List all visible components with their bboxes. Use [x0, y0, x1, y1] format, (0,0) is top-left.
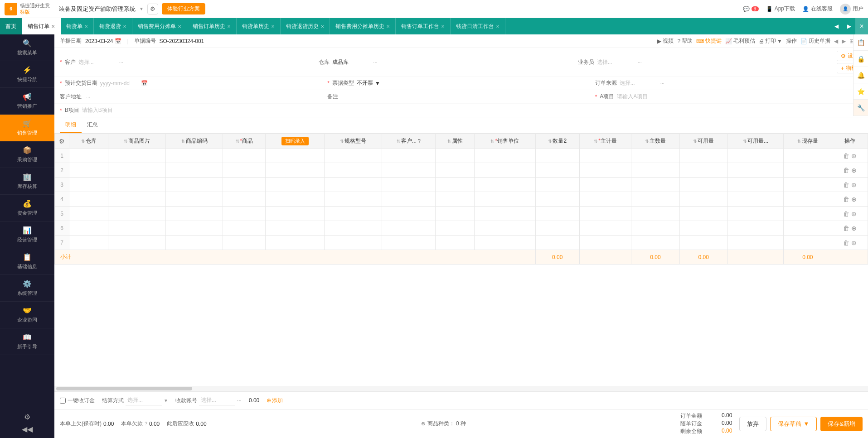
row-6-stock[interactable]	[784, 221, 832, 236]
right-panel-btn-bell[interactable]: 🔔	[853, 67, 868, 83]
row-4-image[interactable]	[108, 192, 166, 207]
app-download-btn[interactable]: 📱 App下载	[766, 5, 795, 13]
address-dots[interactable]: ···	[86, 94, 90, 100]
row-1-code[interactable]	[165, 149, 223, 163]
row-2-attr[interactable]	[435, 163, 474, 178]
add-btn[interactable]: ⊕ 添加	[267, 397, 283, 404]
profit-btn[interactable]: 📈 毛利预估	[725, 37, 755, 45]
sidebar-item-purchase[interactable]: 📦 采购管理	[0, 141, 54, 168]
message-btn[interactable]: 💬 9	[743, 6, 759, 12]
row-3-attr[interactable]	[435, 178, 474, 192]
row-1-copy-icon[interactable]: ⊕	[851, 152, 857, 159]
row-6-avail2[interactable]	[727, 221, 783, 236]
row-1-munit[interactable]	[579, 149, 631, 163]
row-3-code[interactable]	[165, 178, 223, 192]
row-2-munit[interactable]	[579, 163, 631, 178]
row-3-delete-icon[interactable]: 🗑	[843, 181, 849, 188]
nav-tab-order-history[interactable]: 销售订单历史 ✕	[187, 18, 237, 34]
row-4-unit[interactable]	[475, 192, 536, 207]
row-6-spec[interactable]	[325, 221, 382, 236]
row-2-stock[interactable]	[784, 163, 832, 178]
row-6-scan[interactable]	[266, 221, 325, 236]
nav-tab-sales-slip[interactable]: 销货单 ✕	[61, 18, 94, 34]
save-draft-btn[interactable]: 保存草稿 ▼	[770, 417, 817, 431]
row-4-ccode[interactable]	[382, 192, 435, 207]
nav-close-all-btn[interactable]: ✕	[855, 18, 868, 34]
payment-method-input[interactable]: 选择...	[126, 395, 162, 405]
sidebar-item-basic[interactable]: 📋 基础信息	[0, 248, 54, 275]
save-draft-arrow[interactable]: ▼	[803, 420, 809, 427]
sidebar-item-finance[interactable]: 💰 资金管理	[0, 195, 54, 221]
row-7-warehouse[interactable]	[69, 236, 108, 250]
row-7-avail2[interactable]	[727, 236, 783, 250]
row-6-mqty[interactable]	[631, 221, 679, 236]
sidebar-item-system[interactable]: ⚙️ 系统管理	[0, 275, 54, 302]
auto-receive-checkbox[interactable]: 一键收订金	[60, 397, 95, 404]
row-1-warehouse[interactable]	[69, 149, 108, 163]
row-2-scan[interactable]	[266, 163, 325, 178]
sidebar-item-guide[interactable]: 📖 新手引导	[0, 328, 54, 355]
row-3-warehouse[interactable]	[69, 178, 108, 192]
row-6-qty2[interactable]	[535, 221, 579, 236]
history-btn[interactable]: 📄 历史单据	[800, 37, 830, 45]
row-3-copy-icon[interactable]: ⊕	[851, 181, 857, 188]
row-4-product[interactable]	[223, 192, 266, 207]
sidebar-item-search[interactable]: 🔍 搜索菜单	[0, 34, 54, 61]
row-6-ccode[interactable]	[382, 221, 435, 236]
nav-tab-expense-history[interactable]: 销售费用分摊单历史 ✕	[330, 18, 396, 34]
row-3-mqty[interactable]	[631, 178, 679, 192]
industry-btn[interactable]: 体验行业方案	[162, 3, 205, 14]
row-1-ccode[interactable]	[382, 149, 435, 163]
row-7-delete-icon[interactable]: 🗑	[843, 239, 849, 246]
row-2-qty2[interactable]	[535, 163, 579, 178]
row-1-stock[interactable]	[784, 149, 832, 163]
row-3-product[interactable]	[223, 178, 266, 192]
nav-tab-return[interactable]: 销货退货 ✕	[94, 18, 132, 34]
row-2-ccode[interactable]	[382, 163, 435, 178]
row-3-ccode[interactable]	[382, 178, 435, 192]
nav-next-btn[interactable]: ▶	[843, 18, 855, 34]
row-6-warehouse[interactable]	[69, 221, 108, 236]
row-1-unit[interactable]	[475, 149, 536, 163]
row-1-mqty[interactable]	[631, 149, 679, 163]
return-close[interactable]: ✕	[123, 24, 126, 29]
row-4-code[interactable]	[165, 192, 223, 207]
row-1-spec[interactable]	[325, 149, 382, 163]
print-btn[interactable]: 🖨 打印 ▼	[759, 37, 782, 45]
row-4-attr[interactable]	[435, 192, 474, 207]
row-3-scan[interactable]	[266, 178, 325, 192]
row-5-mqty[interactable]	[631, 207, 679, 221]
th-settings[interactable]: ⚙	[55, 134, 69, 149]
row-5-product[interactable]	[223, 207, 266, 221]
row-5-attr[interactable]	[435, 207, 474, 221]
sidebar-item-inventory[interactable]: 🏢 库存核算	[0, 168, 54, 195]
discard-btn[interactable]: 放弃	[739, 417, 766, 431]
row-5-code[interactable]	[165, 207, 223, 221]
row-4-munit[interactable]	[579, 192, 631, 207]
row-5-spec[interactable]	[325, 207, 382, 221]
row-5-warehouse[interactable]	[69, 207, 108, 221]
row-6-munit[interactable]	[579, 221, 631, 236]
row-4-spec[interactable]	[325, 192, 382, 207]
row-6-copy-icon[interactable]: ⊕	[851, 225, 857, 232]
nav-prev-icon[interactable]: ◀	[834, 38, 838, 44]
sidebar-collapse-icon[interactable]: ◀◀	[22, 425, 33, 433]
system-gear-btn[interactable]: ⚙	[147, 4, 158, 14]
order-history-close[interactable]: ✕	[227, 24, 231, 29]
row-6-code[interactable]	[165, 221, 223, 236]
row-7-unit[interactable]	[475, 236, 536, 250]
tab-detail[interactable]: 明细	[60, 117, 82, 133]
tab-summary[interactable]: 汇总	[82, 117, 103, 133]
row-6-product[interactable]	[223, 221, 266, 236]
row-4-qty2[interactable]	[535, 192, 579, 207]
nav-tab-slip-history[interactable]: 销货单历史 ✕	[237, 18, 281, 34]
row-7-scan[interactable]	[266, 236, 325, 250]
row-2-copy-icon[interactable]: ⊕	[851, 167, 857, 174]
scan-btn[interactable]: 扫码录入	[281, 137, 309, 145]
daily-workbench-close[interactable]: ✕	[496, 24, 499, 29]
row-7-mqty[interactable]	[631, 236, 679, 250]
delivery-input[interactable]: yyyy-mm-dd	[100, 80, 136, 87]
row-1-scan[interactable]	[266, 149, 325, 163]
sales-slip-close[interactable]: ✕	[84, 24, 88, 29]
row-4-avail[interactable]	[679, 192, 727, 207]
